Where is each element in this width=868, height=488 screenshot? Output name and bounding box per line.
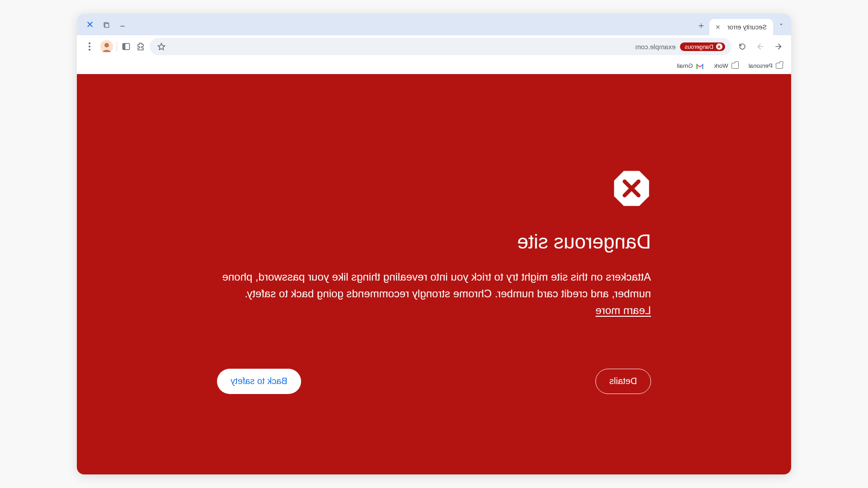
maximize-button[interactable]	[100, 19, 112, 30]
bookmark-folder-personal[interactable]: Personal	[749, 62, 783, 69]
danger-octagon-icon	[612, 169, 651, 208]
close-icon[interactable]	[714, 23, 722, 31]
warning-buttons: Details Back to safety	[217, 369, 651, 394]
gmail-icon	[696, 63, 704, 69]
back-to-safety-button[interactable]: Back to safety	[217, 369, 301, 394]
svg-point-5	[104, 43, 109, 47]
toolbar: Dangerous example.com	[77, 35, 791, 58]
warning-body-text: Attackers on this site might try to tric…	[222, 271, 651, 300]
warning-page: Dangerous site Attackers on this site mi…	[77, 74, 791, 474]
tab-title: Security error	[727, 23, 767, 31]
warning-title: Dangerous site	[217, 230, 651, 253]
folder-icon	[776, 63, 783, 69]
security-chip[interactable]: Dangerous	[680, 42, 725, 51]
avatar[interactable]	[100, 40, 113, 53]
separator	[117, 42, 117, 52]
browser-window: Security error	[77, 14, 791, 474]
sidepanel-icon[interactable]	[121, 41, 132, 52]
tab-strip: Security error	[77, 14, 791, 35]
back-button[interactable]	[771, 39, 786, 54]
security-chip-label: Dangerous	[684, 43, 713, 50]
bookmark-folder-work[interactable]: Work	[714, 62, 738, 69]
kebab-menu-icon[interactable]	[82, 39, 97, 54]
learn-more-link[interactable]: Learn more	[595, 304, 651, 316]
star-icon[interactable]	[156, 41, 167, 52]
blocked-icon	[716, 43, 722, 50]
bookmark-label: Gmail	[677, 62, 693, 69]
window-close-button[interactable]	[84, 19, 96, 30]
bookmark-label: Personal	[749, 62, 773, 69]
bookmarks-bar: Personal Work Gmail	[77, 58, 791, 74]
tab-active[interactable]: Security error	[709, 19, 773, 35]
window-controls	[80, 19, 128, 30]
forward-button[interactable]	[753, 39, 768, 54]
svg-rect-3	[123, 43, 126, 49]
warning-body: Attackers on this site might try to tric…	[217, 268, 651, 319]
omnibox-url: example.com	[171, 43, 675, 51]
folder-icon	[731, 63, 739, 69]
tabs-dropdown-icon[interactable]	[775, 18, 788, 31]
extensions-icon[interactable]	[135, 41, 146, 52]
omnibox[interactable]: Dangerous example.com	[150, 38, 731, 55]
minimize-button[interactable]	[117, 19, 128, 30]
reload-button[interactable]	[735, 39, 750, 54]
bookmark-label: Work	[714, 62, 728, 69]
bookmark-gmail[interactable]: Gmail	[677, 62, 704, 69]
svg-rect-1	[105, 23, 109, 28]
details-button[interactable]: Details	[595, 369, 651, 394]
new-tab-button[interactable]	[695, 19, 708, 32]
